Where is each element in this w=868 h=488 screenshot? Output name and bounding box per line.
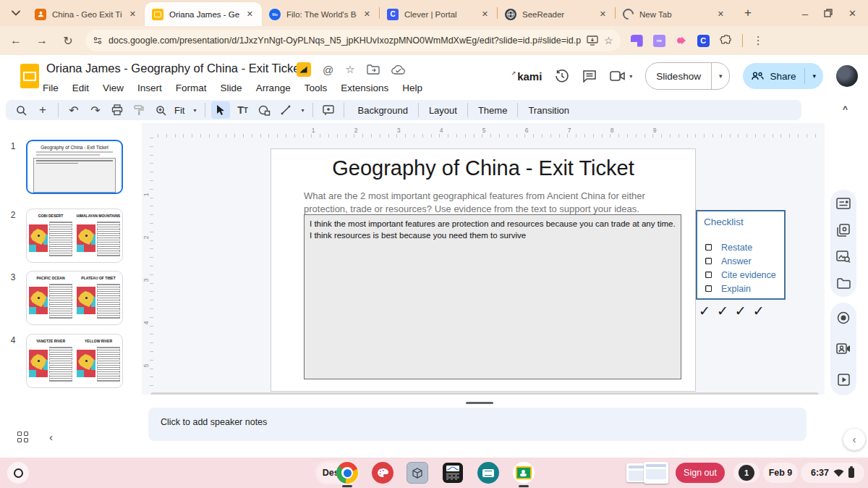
version-history-icon[interactable] [555,69,569,83]
share-button[interactable]: Share ▾ [743,63,823,89]
menu-tools[interactable]: Tools [299,81,333,95]
window-previews[interactable] [626,461,670,484]
checkbox-icon[interactable] [705,272,712,278]
menu-slide[interactable]: Slide [216,81,247,95]
slideshow-button[interactable]: Slideshow ▾ [645,62,730,90]
background-button[interactable]: Background [350,105,414,116]
checklist-item-explain[interactable]: Explain [697,282,784,295]
new-tab-button[interactable]: + [739,4,757,22]
tab-close-icon[interactable]: ✕ [480,9,490,19]
menu-extensions[interactable]: Extensions [336,81,393,95]
folder-icon[interactable] [835,275,852,293]
screen-capture-icon[interactable] [835,222,852,239]
address-bar[interactable]: docs.google.com/presentation/d/1JxzYnNgt… [85,30,621,51]
clever-app-icon[interactable] [476,460,501,485]
collapse-toolbar-button[interactable]: ^ [843,104,848,114]
new-slide-button[interactable]: + [33,101,52,119]
checklist-item-restate[interactable]: Restate [697,240,784,254]
canvas-app-icon[interactable] [370,460,395,485]
star-document-icon[interactable]: ☆ [345,63,354,76]
comments-icon[interactable] [582,70,597,83]
classroom-app-icon[interactable] [511,460,536,485]
layout-button[interactable]: Layout [422,105,464,116]
tab-close-icon[interactable]: ✕ [245,9,255,19]
menu-edit[interactable]: Edit [67,81,94,95]
install-app-icon[interactable] [587,35,598,46]
kami-button[interactable]: ↗kami [511,70,542,83]
url-text[interactable]: docs.google.com/presentation/d/1JxzYnNgt… [109,35,581,46]
select-tool-button[interactable] [211,101,230,119]
checkmarks-row[interactable]: ✓✓✓✓ [699,303,765,319]
insert-line-button[interactable] [276,101,295,119]
chrome-app-icon[interactable] [335,460,359,485]
slide-thumbnail-4[interactable]: YANGTZE RIVERYELLOW RIVER [26,334,123,388]
paint-format-button[interactable] [129,101,148,119]
launcher-button[interactable] [7,462,29,484]
play-video-icon[interactable] [835,371,852,389]
tab-close-icon[interactable]: ✕ [128,9,137,19]
zoom-select[interactable]: Fit [173,105,187,116]
clever-extension-icon[interactable]: C [697,35,710,47]
record-icon[interactable] [835,309,852,327]
line-caret-icon[interactable]: ▾ [298,107,307,114]
checkbox-icon[interactable] [705,258,712,264]
collapse-rail-button[interactable]: ‹ [843,429,865,450]
restore-button[interactable] [824,9,833,17]
slide-editor[interactable]: Geography of China - Exit Ticket What ar… [271,148,696,392]
slide-thumbnail-2[interactable]: GOBI DESERTHIMALAYAN MOUNTAINS [26,209,123,263]
slide-thumbnail-1[interactable]: Geography of China - Exit Ticket [26,140,123,194]
browser-tab-clever-portal[interactable]: CClever | Portal✕ [380,2,497,26]
zoom-button[interactable] [151,101,170,119]
checklist-item-answer[interactable]: Answer [697,254,784,268]
text-box-button[interactable]: TT [233,101,252,119]
camera-recording-icon[interactable] [835,340,852,358]
search-menus-button[interactable] [12,101,30,119]
print-button[interactable] [108,101,127,119]
zoom-caret-icon[interactable]: ▾ [190,107,199,114]
slide-question-text[interactable]: What are the 2 most important geographic… [304,190,669,216]
move-folder-icon[interactable] [367,64,380,75]
checklist-item-cite-evidence[interactable]: Cite evidence [697,268,784,282]
status-tray[interactable]: 6:37 [801,463,864,483]
image-search-icon[interactable] [835,248,852,266]
undo-button[interactable]: ↶ [64,101,83,119]
notification-pill[interactable]: 1 [733,463,760,483]
flashcard-panel-icon[interactable] [835,195,852,212]
transition-button[interactable]: Transition [521,105,576,116]
browser-menu-button[interactable]: ⋮ [753,34,764,47]
redo-button[interactable]: ↷ [86,101,105,119]
pink-arrow-extension-icon[interactable] [676,35,687,46]
google-slides-logo[interactable] [20,64,39,88]
menu-view[interactable]: View [98,81,129,95]
checkbox-icon[interactable] [705,244,712,251]
bookmark-star-icon[interactable]: ☆ [604,35,613,46]
menu-arrange[interactable]: Arrange [251,81,296,95]
slide-title-text[interactable]: Geography of China - Exit Ticket [271,156,695,180]
slideshow-dropdown[interactable]: ▾ [711,63,730,89]
reload-button[interactable]: ↻ [58,30,78,51]
browser-tab-new-tab[interactable]: New Tab✕ [616,2,733,26]
browser-tab-oriana-james-geogra[interactable]: Oriana James - Geogra✕ [145,2,262,26]
checklist-box[interactable]: Checklist RestateAnswerCite evidenceExpl… [696,210,786,300]
cube-app-icon[interactable] [405,460,430,485]
speaker-notes-input[interactable]: Click to add speaker notes [148,408,807,441]
menu-insert[interactable]: Insert [132,81,167,95]
document-title[interactable]: Oriana James - Geography of China - Exit… [46,62,303,75]
close-window-button[interactable]: ✕ [848,8,856,19]
grid-view-button[interactable] [17,432,29,443]
collapse-filmstrip-button[interactable]: ‹ [49,431,53,443]
share-dropdown[interactable]: ▾ [804,68,823,84]
checkbox-icon[interactable] [705,285,712,292]
menu-format[interactable]: Format [171,81,212,95]
tab-close-icon[interactable]: ✕ [598,9,608,19]
tab-close-icon[interactable]: ✕ [716,9,726,19]
smart-chip-icon[interactable]: @ [323,64,333,76]
browser-tab-china-geo-exit-ticket[interactable]: China - Geo Exit Ticket✕ [27,2,145,26]
browser-tab-filo-the-world-s-best[interactable]: filoFilo: The World's Best✕ [262,2,379,26]
forward-button[interactable]: → [32,30,52,51]
read-write-extension-icon[interactable]: rw [653,35,665,47]
account-avatar[interactable] [836,65,858,87]
back-button[interactable]: ← [6,30,26,51]
insert-shape-button[interactable] [255,101,273,119]
cloud-saved-icon[interactable] [391,64,405,75]
